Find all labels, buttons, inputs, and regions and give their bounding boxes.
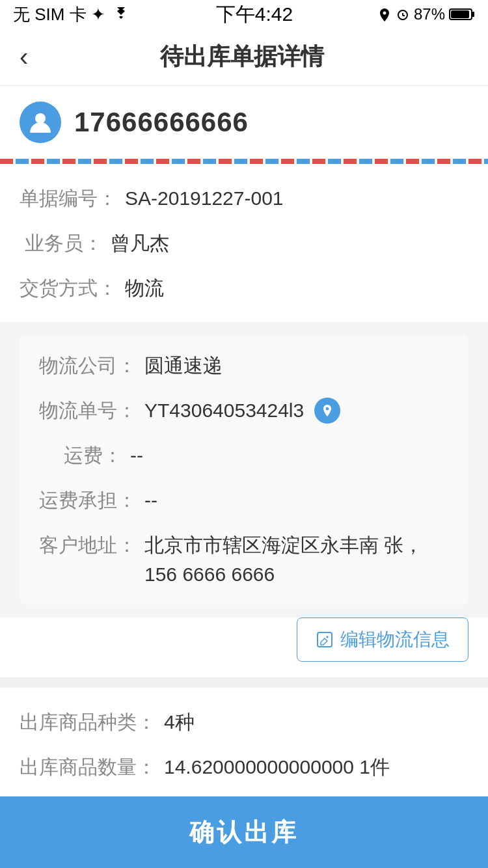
salesperson-label: 业务员： xyxy=(20,228,111,258)
logistics-tracking-value: YT43064053424l3 xyxy=(144,396,449,425)
delivery-value: 物流 xyxy=(125,273,468,303)
avatar xyxy=(20,102,61,143)
confirm-button-label: 确认出库 xyxy=(189,816,299,849)
freight-bear-label: 运费承担： xyxy=(39,485,144,515)
dashed-divider xyxy=(0,159,488,164)
location-service-icon xyxy=(377,7,392,21)
tracking-with-icon: YT43064053424l3 xyxy=(144,396,449,425)
salesperson-row: 业务员： 曾凡杰 xyxy=(20,228,468,258)
svg-rect-4 xyxy=(472,12,474,17)
freight-row: 运费： -- xyxy=(39,441,449,470)
salesperson-value: 曾凡杰 xyxy=(111,228,468,258)
goods-type-label: 出库商品种类： xyxy=(20,707,164,737)
logistics-box: 物流公司： 圆通速递 物流单号： YT43064053424l3 运费： -- xyxy=(20,335,468,604)
tracking-number: YT43064053424l3 xyxy=(144,396,304,425)
edit-logistics-button[interactable]: 编辑物流信息 xyxy=(297,617,468,662)
goods-section: 出库商品种类： 4种 出库商品数量： 14.620000000000000 1件 xyxy=(0,688,488,801)
document-number-value: SA-20191227-001 xyxy=(125,183,468,213)
wifi-icon xyxy=(111,7,131,21)
address-label: 客户地址： xyxy=(39,530,144,560)
goods-type-row: 出库商品种类： 4种 xyxy=(20,707,468,737)
svg-rect-7 xyxy=(318,632,332,647)
svg-point-6 xyxy=(35,113,46,124)
person-icon xyxy=(27,109,53,135)
tracking-location-icon[interactable] xyxy=(314,398,340,424)
edit-btn-container: 编辑物流信息 xyxy=(0,617,488,677)
nav-bar: ‹ 待出库单据详情 xyxy=(0,29,488,86)
delivery-label: 交货方式： xyxy=(20,273,125,303)
alarm-icon xyxy=(396,7,410,21)
goods-quantity-label: 出库商品数量： xyxy=(20,752,164,781)
document-number-row: 单据编号： SA-20191227-001 xyxy=(20,183,468,213)
logistics-tracking-row: 物流单号： YT43064053424l3 xyxy=(39,396,449,425)
address-row: 客户地址： 北京市市辖区海淀区永丰南 张，156 6666 6666 xyxy=(39,530,449,589)
battery-percent: 87% xyxy=(414,5,445,23)
sim-status: 无 SIM 卡 ✦ xyxy=(13,3,105,26)
gray-divider xyxy=(0,677,488,688)
document-number-label: 单据编号： xyxy=(20,183,125,213)
freight-label: 运费： xyxy=(39,441,130,470)
customer-phone: 17666666666 xyxy=(74,107,249,138)
map-pin-icon xyxy=(320,403,334,418)
freight-bear-value: -- xyxy=(144,485,449,515)
page-title: 待出库单据详情 xyxy=(41,41,442,73)
logistics-company-row: 物流公司： 圆通速递 xyxy=(39,351,449,380)
goods-type-value: 4种 xyxy=(164,707,468,737)
content: 17666666666 单据编号： SA-20191227-001 业务员： 曾… xyxy=(0,86,488,868)
status-right: 87% xyxy=(377,5,475,23)
edit-btn-label: 编辑物流信息 xyxy=(340,627,450,652)
logistics-company-value: 圆通速递 xyxy=(144,351,449,380)
goods-quantity-value: 14.620000000000000 1件 xyxy=(164,752,468,781)
status-left: 无 SIM 卡 ✦ xyxy=(13,3,131,26)
customer-header: 17666666666 xyxy=(0,86,488,159)
goods-quantity-row: 出库商品数量： 14.620000000000000 1件 xyxy=(20,752,468,781)
svg-rect-5 xyxy=(451,10,469,18)
address-value: 北京市市辖区海淀区永丰南 张，156 6666 6666 xyxy=(144,530,449,589)
logistics-tracking-label: 物流单号： xyxy=(39,396,144,425)
confirm-bar[interactable]: 确认出库 xyxy=(0,796,488,868)
status-bar: 无 SIM 卡 ✦ 下午4:42 87% xyxy=(0,0,488,29)
battery-icon xyxy=(449,7,475,21)
freight-value: -- xyxy=(130,441,449,470)
delivery-row: 交货方式： 物流 xyxy=(20,273,468,303)
freight-bear-row: 运费承担： -- xyxy=(39,485,449,515)
back-button[interactable]: ‹ xyxy=(20,42,28,72)
status-time: 下午4:42 xyxy=(216,1,293,28)
document-info-section: 单据编号： SA-20191227-001 业务员： 曾凡杰 交货方式： 物流 xyxy=(0,164,488,322)
edit-icon xyxy=(316,631,334,649)
logistics-company-label: 物流公司： xyxy=(39,351,144,380)
